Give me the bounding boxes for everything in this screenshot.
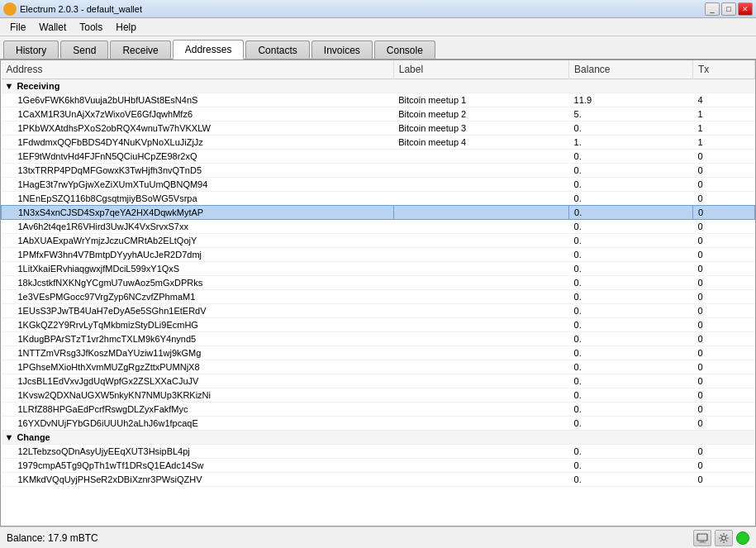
- label-cell: [393, 220, 568, 234]
- label-cell: Bitcoin meetup 2: [393, 107, 568, 122]
- label-cell: [393, 360, 568, 374]
- label-cell: [393, 206, 568, 220]
- address-cell: 1JcsBL1EdVxvJgdUqWpfGx2ZSLXXaCJuJV: [2, 374, 394, 388]
- tx-cell: 0: [693, 445, 755, 459]
- tab-history[interactable]: History: [3, 41, 59, 59]
- balance-cell: 0.: [569, 290, 693, 304]
- balance-status: Balance: 17.9 mBTC: [7, 532, 98, 544]
- address-cell: 1KdugBPArSTzT1vr2hmcTXLM9k6Y4nynd5: [2, 332, 394, 346]
- close-button[interactable]: ✕: [738, 2, 753, 16]
- table-row[interactable]: 1EUsS3PJwTB4UaH7eDyA5e5SGhn1EtERdV0.0: [2, 304, 755, 318]
- label-cell: [393, 388, 568, 403]
- tab-invoices[interactable]: Invoices: [311, 41, 373, 59]
- label-cell: [393, 346, 568, 360]
- tx-cell: 0: [693, 150, 755, 164]
- address-cell: 1Kvsw2QDXNaUGXW5nkyKN7NMUp3KRKizNi: [2, 388, 394, 403]
- tx-cell: 0: [693, 346, 755, 360]
- address-cell: 1LRfZ88HPGaEdPcrfRswgDLZyxFakfMyc: [2, 403, 394, 417]
- balance-cell: 0.: [569, 220, 693, 234]
- tx-cell: 0: [693, 276, 755, 290]
- balance-cell: 1.: [569, 136, 693, 150]
- table-row[interactable]: 13txTRRP4PDqMFGowxK3TwHjfh3nvQTnD50.0: [2, 164, 755, 178]
- address-cell: 18kJcstkfNXKNgYCgmU7uwAoz5mGxDPRks: [2, 276, 394, 290]
- table-row[interactable]: 1JcsBL1EdVxvJgdUqWpfGx2ZSLXXaCJuJV0.0: [2, 374, 755, 388]
- table-row[interactable]: 12LTebzsoQDnAsyUjyEEqXUT3HsipBL4pj0.0: [2, 445, 755, 459]
- table-row[interactable]: 1KdugBPArSTzT1vr2hmcTXLM9k6Y4nynd50.0: [2, 332, 755, 346]
- gear-icon[interactable]: [715, 530, 733, 546]
- menu-wallet[interactable]: Wallet: [32, 18, 73, 36]
- address-cell: 1HagE3t7rwYpGjwXeZiXUmXTuUmQBNQM94: [2, 178, 394, 192]
- menu-tools[interactable]: Tools: [73, 18, 109, 36]
- address-cell: 1CaXM1R3UnAjXx7zWixoVE6GfJqwhMfz6: [2, 107, 394, 122]
- maximize-button[interactable]: □: [721, 2, 736, 16]
- balance-cell: 0.: [569, 164, 693, 178]
- address-cell: 1979cmpA5Tg9QpTh1wTf1DRsQ1EAdc14Sw: [2, 459, 394, 473]
- section-header-receiving[interactable]: ▼Receiving: [2, 79, 755, 93]
- tx-cell: 0: [693, 459, 755, 473]
- tab-console[interactable]: Console: [374, 41, 435, 59]
- monitor-icon[interactable]: [693, 530, 711, 546]
- address-cell: 1NEnEpSZQ116b8CgsqtmjiyBSoWG5Vsrpa: [2, 192, 394, 206]
- balance-cell: 0.: [569, 388, 693, 403]
- table-row[interactable]: 1AbXUAExpaWrYmjzJczuCMRtAb2ELtQojY0.0: [2, 234, 755, 248]
- address-cell: 1FdwdmxQQFbBDS4DY4NuKVpNoXLuJiZjJz: [2, 136, 394, 150]
- balance-cell: 0.: [569, 459, 693, 473]
- table-row[interactable]: 1NTTZmVRsg3JfKoszMDaYUziw11wj9kGMg0.0: [2, 346, 755, 360]
- address-cell: 1N3xS4xnCJSD4Sxp7qeYA2HX4DqwkMytAP: [2, 206, 394, 220]
- balance-cell: 0.: [569, 206, 693, 220]
- table-row[interactable]: 1PGhseMXioHthXvmMUZgRgzZttxPUMNjX80.0: [2, 360, 755, 374]
- balance-cell: 0.: [569, 178, 693, 192]
- address-cell: 1EUsS3PJwTB4UaH7eDyA5e5SGhn1EtERdV: [2, 304, 394, 318]
- table-row[interactable]: 1LitXkaiERvhiaqgwxjfMDciL599xY1QxS0.0: [2, 262, 755, 276]
- section-collapse-icon: ▼: [5, 81, 14, 91]
- label-cell: [393, 290, 568, 304]
- label-cell: Bitcoin meetup 3: [393, 122, 568, 136]
- balance-cell: 0.: [569, 304, 693, 318]
- table-row[interactable]: 1979cmpA5Tg9QpTh1wTf1DRsQ1EAdc14Sw0.0: [2, 459, 755, 473]
- label-cell: [393, 234, 568, 248]
- label-cell: Bitcoin meetup 4: [393, 136, 568, 150]
- table-row[interactable]: 1Ge6vFWK6kh8Vuuja2bUHbfUASt8EsN4nSBitcoi…: [2, 93, 755, 107]
- table-row[interactable]: 1FdwdmxQQFbBDS4DY4NuKVpNoXLuJiZjJzBitcoi…: [2, 136, 755, 150]
- table-row[interactable]: 1Kvsw2QDXNaUGXW5nkyKN7NMUp3KRKizNi0.0: [2, 388, 755, 403]
- balance-cell: 5.: [569, 107, 693, 122]
- tx-cell: 0: [693, 206, 755, 220]
- table-row[interactable]: 1N3xS4xnCJSD4Sxp7qeYA2HX4DqwkMytAP0.0: [2, 206, 755, 220]
- tab-contacts[interactable]: Contacts: [245, 41, 309, 59]
- title-bar-buttons: _ □ ✕: [705, 2, 753, 16]
- table-row[interactable]: 1KGkQZ2Y9RrvLyTqMkbmizStyDLi9EcmHG0.0: [2, 318, 755, 332]
- table-row[interactable]: 1PKbWXAtdhsPXoS2obRQX4wnuTw7hVKXLWBitcoi…: [2, 122, 755, 136]
- section-header-change[interactable]: ▼Change: [2, 431, 755, 445]
- balance-cell: 0.: [569, 122, 693, 136]
- table-row[interactable]: 1LRfZ88HPGaEdPcrfRswgDLZyxFakfMyc0.0: [2, 403, 755, 417]
- table-row[interactable]: 1CaXM1R3UnAjXx7zWixoVE6GfJqwhMfz6Bitcoin…: [2, 107, 755, 122]
- svg-point-3: [722, 536, 726, 540]
- table-row[interactable]: 1HagE3t7rwYpGjwXeZiXUmXTuUmQBNQM940.0: [2, 178, 755, 192]
- table-row[interactable]: 1KMkdVQqUyjPHSeR2xDBiXznr3PWsiQZHV0.0: [2, 473, 755, 487]
- table-row[interactable]: 1PMfxFW3hn4V7BmtpDYyyhAUcJeR2D7dmj0.0: [2, 248, 755, 262]
- tab-send[interactable]: Send: [60, 41, 108, 59]
- tab-addresses[interactable]: Addresses: [173, 40, 245, 60]
- address-cell: 1KGkQZ2Y9RrvLyTqMkbmizStyDLi9EcmHG: [2, 318, 394, 332]
- table-row[interactable]: 1EF9tWdntvHd4FJFnN5QCiuHCpZE98r2xQ0.0: [2, 150, 755, 164]
- tab-receive[interactable]: Receive: [110, 41, 170, 59]
- menu-file[interactable]: File: [3, 18, 32, 36]
- label-cell: [393, 403, 568, 417]
- table-row[interactable]: 18kJcstkfNXKNgYCgmU7uwAoz5mGxDPRks0.0: [2, 276, 755, 290]
- minimize-button[interactable]: _: [705, 2, 720, 16]
- balance-cell: 0.: [569, 262, 693, 276]
- tx-cell: 0: [693, 262, 755, 276]
- col-header-label: Label: [393, 60, 568, 79]
- label-cell: [393, 192, 568, 206]
- balance-cell: 0.: [569, 276, 693, 290]
- balance-cell: 0.: [569, 318, 693, 332]
- table-row[interactable]: 1NEnEpSZQ116b8CgsqtmjiyBSoWG5Vsrpa0.0: [2, 192, 755, 206]
- status-bar: Balance: 17.9 mBTC: [0, 527, 756, 548]
- balance-cell: 0.: [569, 234, 693, 248]
- address-cell: 1KMkdVQqUyjPHSeR2xDBiXznr3PWsiQZHV: [2, 473, 394, 487]
- table-row[interactable]: 16YXDvNUjFYbGD6iUUUh2aLhJ6w1fpcaqE0.0: [2, 417, 755, 431]
- table-row[interactable]: 1Av6h2t4qe1R6VHird3UwJK4VxSrvxS7xx0.0: [2, 220, 755, 234]
- address-cell: 1LitXkaiERvhiaqgwxjfMDciL599xY1QxS: [2, 262, 394, 276]
- menu-help[interactable]: Help: [109, 18, 143, 36]
- table-row[interactable]: 1e3VEsPMGocc97VrgZyp6NCzvfZPhmaM10.0: [2, 290, 755, 304]
